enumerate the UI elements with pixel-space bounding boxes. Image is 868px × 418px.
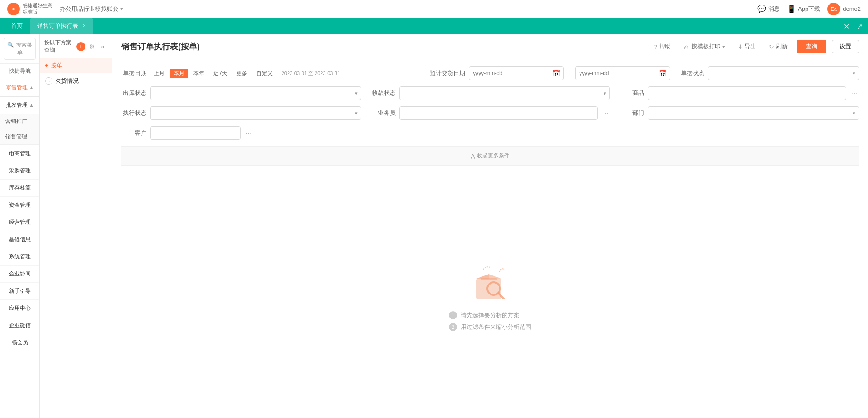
sidebar-item-member[interactable]: 畅会员: [0, 334, 39, 352]
salesperson-input[interactable]: [399, 106, 598, 120]
filter-customer-item: 客户 ···: [121, 126, 253, 140]
sidebar-item-enterprise[interactable]: 企业协同: [0, 266, 39, 283]
period-tab-7days[interactable]: 近7天: [210, 69, 231, 78]
date-separator: —: [566, 70, 572, 77]
settings-btn[interactable]: 设置: [832, 40, 859, 53]
query-btn[interactable]: 查询: [797, 40, 826, 53]
sidebar-item-appcenter[interactable]: 应用中心: [0, 300, 39, 317]
filter-expected-date-item: 预计交货日期 📅 — 📅: [430, 66, 670, 80]
message-btn[interactable]: 💬 消息: [757, 5, 780, 13]
filter-date-item: 单据日期 上月 本月 本年 近7天 更多 自定义 2023-03-01 至 20…: [121, 69, 421, 78]
export-icon: ⬇: [738, 43, 743, 50]
sidebar-item-wechat[interactable]: 企业微信: [0, 317, 39, 334]
sidebar-item-retail[interactable]: 零售管理 ▲: [0, 79, 39, 96]
step-2-num: 2: [449, 323, 457, 331]
filter-goods-label: 商品: [619, 89, 644, 97]
window-maximize-btn[interactable]: ⤢: [855, 20, 864, 33]
sidebar-search-btn[interactable]: 🔍 搜索菜单: [4, 38, 36, 60]
customer-input[interactable]: [150, 126, 241, 140]
salesperson-dots-btn[interactable]: ···: [601, 109, 610, 117]
period-tab-more[interactable]: 更多: [233, 69, 251, 78]
print-btn[interactable]: 🖨 按模板打印 ▾: [680, 41, 729, 52]
filter-area: 单据日期 上月 本月 本年 近7天 更多 自定义 2023-03-01 至 20…: [112, 59, 868, 173]
left-panel-header: 按以下方案查询 + ⚙ «: [40, 39, 112, 58]
left-panel-item-arrears[interactable]: ○ 欠货情况: [40, 73, 112, 89]
stock-status-select[interactable]: [150, 86, 361, 100]
step-1-text: 请先选择要分析的方案: [461, 311, 519, 319]
sidebar-item-purchase[interactable]: 采购管理: [0, 162, 39, 180]
sidebar-item-wholesale[interactable]: 批发管理 ▲: [0, 97, 39, 114]
exec-status-select[interactable]: [150, 106, 361, 120]
goods-dots-btn[interactable]: ···: [850, 90, 859, 97]
filter-payment-status-label: 收款状态: [370, 89, 396, 97]
filter-row-3: 执行状态 ▾ 业务员 ···: [121, 106, 859, 120]
logo-icon: [7, 3, 20, 15]
sidebar-item-basic[interactable]: 基础信息: [0, 231, 39, 248]
export-btn[interactable]: ⬇ 导出: [734, 41, 760, 52]
company-selector[interactable]: 办公用品行业模拟账套 ▾: [56, 3, 127, 15]
sidebar-item-retail-label: 零售管理: [6, 84, 28, 91]
sidebar-sub-marketing[interactable]: 营销推广: [0, 114, 39, 129]
sidebar-sub-sales[interactable]: 销售管理: [0, 129, 39, 145]
sidebar-item-operations[interactable]: 经营管理: [0, 214, 39, 231]
app-download-btn[interactable]: 📱 App下载: [787, 5, 820, 13]
message-label: 消息: [768, 5, 780, 13]
collapse-bar: ⋀ 收起更多条件: [121, 146, 859, 166]
app-download-label: App下载: [798, 5, 820, 13]
refresh-btn[interactable]: ↻ 刷新: [765, 41, 791, 52]
date-from-input[interactable]: [469, 66, 564, 80]
left-panel-collapse-btn[interactable]: «: [98, 42, 107, 51]
tab-active[interactable]: 销售订单执行表 ×: [30, 18, 93, 34]
tab-close-icon[interactable]: ×: [83, 23, 86, 29]
period-tab-this-month[interactable]: 本月: [170, 69, 188, 78]
dept-select[interactable]: [648, 106, 859, 120]
page-actions: ? 帮助 🖨 按模板打印 ▾ ⬇ 导出: [651, 40, 859, 53]
collapse-btn[interactable]: ⋀ 收起更多条件: [465, 150, 515, 162]
sidebar-item-newbie[interactable]: 新手引导: [0, 283, 39, 300]
active-tab-label: 销售订单执行表: [37, 22, 78, 30]
period-tab-custom[interactable]: 自定义: [253, 69, 276, 78]
empty-illustration: [467, 261, 513, 306]
sidebar-item-inventory[interactable]: 库存核算: [0, 180, 39, 197]
left-panel-add-btn[interactable]: +: [76, 42, 85, 51]
left-panel-press-label: 按单: [51, 62, 62, 70]
left-panel-item-press[interactable]: 按单: [40, 58, 112, 73]
svg-rect-2: [481, 278, 497, 280]
help-btn[interactable]: ? 帮助: [651, 41, 675, 52]
sidebar-item-ecommerce-label: 电商管理: [9, 150, 31, 157]
sidebar-item-system[interactable]: 系统管理: [0, 248, 39, 266]
period-tab-this-year[interactable]: 本年: [190, 69, 208, 78]
sidebar-item-wechat-label: 企业微信: [9, 322, 31, 329]
tab-home[interactable]: 首页: [4, 18, 30, 34]
sidebar-item-finance[interactable]: 资金管理: [0, 197, 39, 214]
empty-state: 1 请先选择要分析的方案 2 用过滤条件来缩小分析范围: [112, 173, 868, 418]
user-name: demo2: [843, 5, 861, 12]
filter-dept-label: 部门: [619, 109, 644, 117]
window-close-btn[interactable]: ✕: [842, 20, 851, 33]
date-to-input[interactable]: [575, 66, 670, 80]
home-label: 首页: [11, 22, 23, 30]
doc-status-select[interactable]: [708, 66, 859, 80]
period-tab-last-month[interactable]: 上月: [150, 69, 168, 78]
left-panel: 按以下方案查询 + ⚙ « 按单 ○ 欠货情况: [40, 34, 112, 418]
search-icon: 🔍: [7, 42, 14, 48]
date-to-wrap: 📅: [575, 66, 670, 80]
quick-nav-btn[interactable]: 快捷导航: [9, 67, 31, 75]
filter-payment-status-item: 收款状态 ▾: [370, 86, 610, 100]
sidebar-item-ecommerce[interactable]: 电商管理: [0, 145, 39, 162]
step-1-num: 1: [449, 311, 457, 319]
logo-area: 畅捷通好生意 标准版: [7, 3, 52, 15]
left-panel-settings-btn[interactable]: ⚙: [87, 42, 96, 51]
goods-input[interactable]: [648, 86, 846, 100]
sidebar-item-member-label: 畅会员: [12, 339, 28, 347]
page-title: 销售订单执行表(按单): [121, 41, 200, 52]
user-area[interactable]: Ea demo2: [827, 3, 861, 15]
sidebar-item-enterprise-label: 企业协同: [9, 270, 31, 278]
customer-dots-btn[interactable]: ···: [244, 129, 253, 137]
avatar: Ea: [827, 3, 840, 15]
right-content: 销售订单执行表(按单) ? 帮助 🖨 按模板打印 ▾: [112, 34, 868, 418]
sidebar-search-area: 🔍 搜索菜单: [0, 34, 39, 64]
filter-goods-item: 商品 ···: [619, 86, 859, 100]
sidebar-wholesale-section: 批发管理 ▲ 营销推广 销售管理: [0, 97, 39, 145]
payment-status-select[interactable]: [399, 86, 610, 100]
